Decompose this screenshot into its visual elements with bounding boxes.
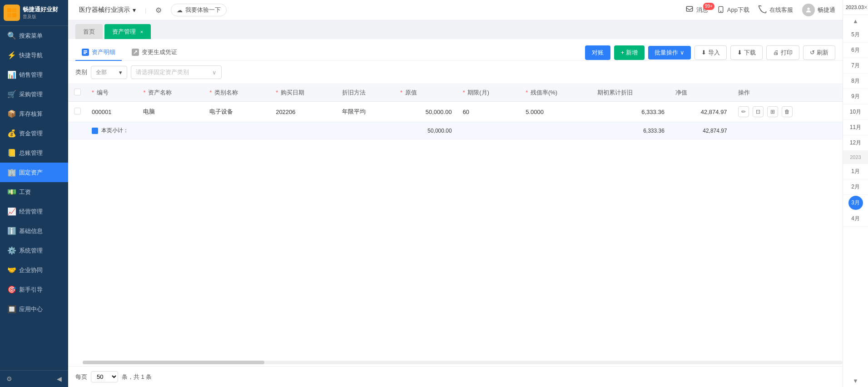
- edit-button[interactable]: ✏: [738, 106, 749, 117]
- sidebar-item-system[interactable]: ⚙️ 系统管理: [0, 241, 68, 260]
- sidebar-item-label: 经营管理: [19, 208, 43, 216]
- settings-button[interactable]: ⚙: [152, 3, 165, 17]
- collapse-icon[interactable]: ◀: [57, 375, 62, 382]
- sidebar-item-fixed-assets[interactable]: 🏢 固定资产: [0, 163, 68, 182]
- tab-close-icon[interactable]: ×: [140, 29, 143, 35]
- per-page-select[interactable]: 50 100 200: [91, 371, 118, 382]
- cell-net-value: 42,874.97: [670, 102, 733, 122]
- sidebar-item-app-center[interactable]: 🔲 应用中心: [0, 299, 68, 319]
- username: 畅捷通: [818, 6, 835, 14]
- cell-original-value: 50,000.00: [395, 102, 457, 122]
- sidebar-item-guide[interactable]: 🎯 新手引导: [0, 280, 68, 299]
- sidebar-item-sales[interactable]: 📊 销售管理: [0, 65, 68, 84]
- month-2023-1[interactable]: 1月: [843, 164, 868, 179]
- content-area: 首页 资产管理 × 资产明细: [68, 20, 843, 387]
- inventory-icon: 📦: [7, 109, 15, 118]
- messages-button[interactable]: 消息 99+: [685, 5, 708, 15]
- subtotal-original-value: 50,000.00: [395, 122, 457, 139]
- month-7[interactable]: 7月: [843, 58, 868, 74]
- main-area: 医疗器械行业演示 ▾ | ⚙ ☁ 我要体验一下 消息 99+: [68, 0, 843, 387]
- right-panel: 2023.03 × ▲ 5月 6月 7月 8月 9月 10月 11月 12月 2…: [843, 0, 868, 387]
- sidebar-item-label: 工资: [19, 188, 31, 196]
- right-panel-down-button[interactable]: ▼: [843, 375, 868, 387]
- subtotal-net-value: 42,874.97: [670, 122, 733, 139]
- cell-code: 000001: [86, 102, 138, 122]
- sidebar-item-inventory[interactable]: 📦 库存核算: [0, 104, 68, 124]
- purchase-icon: 🛒: [7, 90, 15, 99]
- app-download-button[interactable]: App下载: [717, 5, 749, 15]
- page-content: 资产明细 变更生成凭证 对账 + 新增 批量操作 ∨: [68, 39, 843, 387]
- sidebar-menu: 🔍 搜索菜单 ⚡ 快捷导航 📊 销售管理 🛒 采购管理 📦 库存核算 💰 资金管…: [0, 26, 68, 370]
- cell-period: 60: [457, 102, 521, 122]
- sidebar-item-salary[interactable]: 💵 工资: [0, 182, 68, 202]
- tab-asset-management[interactable]: 资产管理 ×: [104, 24, 151, 39]
- system-icon: ⚙️: [7, 246, 15, 255]
- home-tab-label: 首页: [83, 28, 95, 35]
- sidebar-item-ledger[interactable]: 📒 总账管理: [0, 143, 68, 163]
- sidebar-item-label: 基础信息: [19, 227, 43, 235]
- col-header-accumulated-depreciation: 期初累计折旧: [592, 84, 670, 102]
- subtotal-label: 本页小计：: [101, 127, 129, 134]
- delete-button[interactable]: 🗑: [782, 106, 793, 117]
- select-all-checkbox[interactable]: [74, 89, 81, 95]
- download-button[interactable]: ⬇ 下载: [730, 45, 763, 60]
- topbar-right: 消息 99+ App下载 在线客服: [685, 4, 835, 16]
- sidebar-item-label: 新手引导: [19, 286, 43, 294]
- right-panel-close-button[interactable]: ×: [864, 4, 868, 11]
- sidebar-item-collaboration[interactable]: 🤝 企业协同: [0, 260, 68, 280]
- copy-button[interactable]: ⊡: [753, 106, 764, 117]
- refresh-button[interactable]: ↺ 刷新: [803, 45, 835, 60]
- sidebar-item-nav[interactable]: ⚡ 快捷导航: [0, 45, 68, 65]
- tabs-bar: 首页 资产管理 ×: [68, 20, 843, 39]
- user-profile[interactable]: 畅捷通: [802, 4, 835, 16]
- month-5[interactable]: 5月: [843, 27, 868, 43]
- sidebar-item-search[interactable]: 🔍 搜索菜单: [0, 26, 68, 45]
- reconcile-button[interactable]: 对账: [585, 45, 610, 60]
- category-filter-select[interactable]: 全部 ▾: [91, 66, 127, 79]
- fixed-assets-icon: 🏢: [7, 168, 15, 177]
- import-button[interactable]: ⬇ 导入: [694, 45, 727, 60]
- horizontal-scrollbar-thumb[interactable]: [83, 361, 264, 364]
- sidebar-item-purchase[interactable]: 🛒 采购管理: [0, 84, 68, 104]
- sidebar-item-label: 库存核算: [19, 110, 43, 118]
- batch-ops-button[interactable]: 批量操作 ∨: [648, 46, 691, 60]
- sub-tab-change-voucher[interactable]: 变更生成凭证: [125, 45, 184, 61]
- month-8[interactable]: 8月: [843, 74, 868, 89]
- sidebar-item-label: 应用中心: [19, 305, 43, 313]
- month-6[interactable]: 6月: [843, 43, 868, 58]
- topbar-separator: |: [145, 7, 146, 14]
- table-row: 000001 电脑 电子设备 202206: [68, 102, 843, 122]
- month-2023-3[interactable]: 3月: [848, 196, 863, 210]
- right-panel-up-button[interactable]: ▲: [843, 15, 868, 27]
- svg-rect-1: [12, 8, 16, 12]
- col-header-depreciation-method: 折旧方法: [337, 84, 395, 102]
- sidebar-item-basic-info[interactable]: ℹ️ 基础信息: [0, 221, 68, 241]
- import-icon: ⬇: [701, 49, 706, 56]
- sidebar-item-management[interactable]: 📈 经营管理: [0, 202, 68, 221]
- horizontal-scrollbar-track[interactable]: [83, 361, 843, 364]
- more-button[interactable]: ⊞: [767, 106, 778, 117]
- download-label: 下载: [744, 49, 756, 57]
- experience-button[interactable]: ☁ 我要体验一下: [171, 4, 227, 16]
- month-11[interactable]: 11月: [843, 120, 868, 135]
- month-10[interactable]: 10月: [843, 104, 868, 120]
- month-9[interactable]: 9月: [843, 89, 868, 104]
- table-container: * 编号 * 资产名称 * 类别名称: [68, 84, 843, 359]
- sub-tab-asset-detail[interactable]: 资产明细: [75, 45, 122, 61]
- tab-home[interactable]: 首页: [75, 24, 103, 39]
- online-service-button[interactable]: 在线客服: [759, 5, 793, 15]
- month-12[interactable]: 12月: [843, 135, 868, 151]
- category-type-filter[interactable]: 请选择固定资产类别 ∨: [131, 65, 222, 79]
- sales-icon: 📊: [7, 70, 15, 79]
- company-selector[interactable]: 医疗器械行业演示 ▾: [75, 4, 139, 16]
- month-2023-4[interactable]: 4月: [843, 211, 868, 227]
- month-2023-2[interactable]: 2月: [843, 179, 868, 195]
- print-button[interactable]: 🖨 打印: [766, 45, 799, 60]
- new-button[interactable]: + 新增: [614, 45, 645, 60]
- year-2023-label: 2023: [843, 151, 868, 164]
- per-page-label: 每页: [75, 373, 87, 381]
- sidebar-item-finance[interactable]: 💰 资金管理: [0, 124, 68, 143]
- settings-icon[interactable]: ⚙: [6, 375, 12, 382]
- row-checkbox[interactable]: [74, 108, 81, 114]
- subtotal-label-cell: 本页小计：: [86, 122, 395, 139]
